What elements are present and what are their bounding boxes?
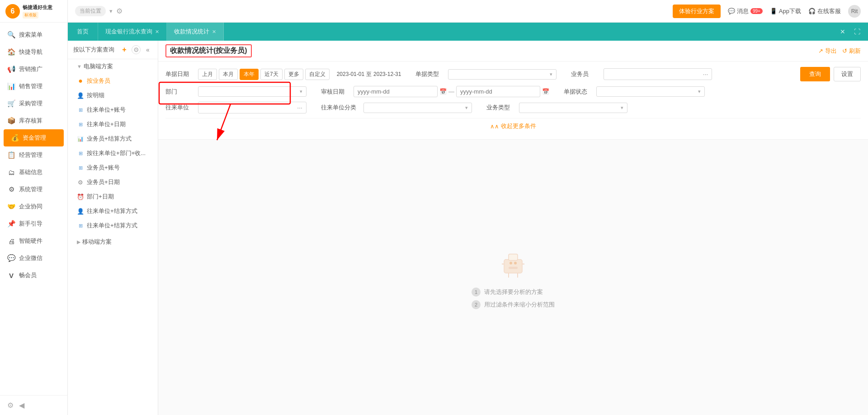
sidebar-item-quicknav[interactable]: 🏠 快捷导航 — [0, 43, 67, 61]
panel-title-bar: 收款情况统计(按业务员) ↗ 导出 ↺ 刷新 — [158, 41, 868, 61]
tab-collection-close[interactable]: ✕ — [212, 29, 216, 35]
collapse-icon: ∧∧ — [490, 123, 499, 130]
sidebar-item-marketing[interactable]: 📢 营销推广 — [0, 61, 67, 78]
refresh-button[interactable]: ↺ 刷新 — [842, 47, 861, 55]
date-label: 单据日期 — [165, 70, 191, 78]
scheme-settings-icon[interactable]: ⚙ — [132, 45, 141, 54]
sidebar-item-enterprise[interactable]: 🤝 企业协同 — [0, 198, 67, 215]
expand-arrow: ▼ — [77, 64, 82, 69]
sidebar: 6 畅捷通好生意 标准版 🔍 搜索菜单 🏠 快捷导航 📢 营销推广 📊 销售管理… — [0, 0, 68, 415]
unit-select[interactable]: ··· — [198, 102, 307, 113]
sidebar-item-inventory[interactable]: 📦 库存核算 — [0, 112, 67, 129]
scheme-salesperson-account[interactable]: ⊞ 业务员+账号 — [71, 160, 158, 175]
side-panel-header: 按以下方案查询 + ⚙ « — [68, 41, 158, 59]
sidebar-item-search[interactable]: 🔍 搜索菜单 — [0, 26, 67, 43]
unit-category-label: 往来单位分类 — [321, 104, 356, 112]
content-area: 按以下方案查询 + ⚙ « ▼ 电脑端方案 ● 按业务员 👤 — [68, 41, 868, 415]
app-download-action[interactable]: 📱 App下载 — [770, 7, 801, 15]
panel-collapse-icon[interactable]: « — [143, 45, 152, 54]
scheme-unit-account[interactable]: ⊞ 往来单位+账号 — [71, 103, 158, 117]
dept-date-icon: ⏰ — [77, 193, 84, 200]
salesperson-select[interactable]: ··· — [604, 68, 712, 80]
date-btn-this-year[interactable]: 本年 — [240, 69, 259, 80]
settings-footer-icon[interactable]: ⚙ — [7, 401, 14, 410]
mobile-section-title[interactable]: ▶ 移动端方案 — [71, 235, 158, 249]
review-date-from[interactable] — [354, 86, 438, 97]
message-action[interactable]: 💬 消息 99+ — [728, 7, 763, 15]
trial-plan-button[interactable]: 体验行业方案 — [673, 5, 721, 18]
user-avatar[interactable]: Rit — [848, 5, 861, 18]
window-maximize-button[interactable]: ⛶ — [852, 26, 863, 37]
logo-icon: 6 — [5, 4, 20, 19]
unit-payment1-icon: 👤 — [77, 208, 84, 215]
unit-payment2-icon: ⊞ — [77, 222, 84, 229]
sidebar-item-guide[interactable]: 📌 新手引导 — [0, 215, 67, 232]
download-icon: 📱 — [770, 8, 777, 14]
scheme-unit-date[interactable]: ⊞ 往来单位+日期 — [71, 117, 158, 132]
salesperson-active-icon: ● — [77, 77, 84, 85]
export-button[interactable]: ↗ 导出 — [818, 47, 837, 55]
guide-icon: 📌 — [7, 220, 15, 228]
tab-home[interactable]: 首页 — [68, 23, 98, 41]
date-btn-this-month[interactable]: 本月 — [219, 69, 238, 80]
doc-status-label: 单据状态 — [564, 88, 589, 96]
date-btn-custom[interactable]: 自定义 — [305, 69, 330, 80]
unit-category-select[interactable]: ▾ — [363, 103, 472, 113]
date-btn-7days[interactable]: 近7天 — [260, 69, 283, 80]
marketing-icon: 📢 — [7, 65, 15, 73]
tab-collection[interactable]: 收款情况统计 ✕ — [167, 23, 224, 41]
scheme-unit-payment2[interactable]: ⊞ 往来单位+结算方式 — [71, 218, 158, 233]
doc-type-label: 单据类型 — [415, 70, 441, 78]
biz-type-select[interactable]: ▾ — [519, 103, 627, 113]
sidebar-item-operation[interactable]: 📋 经营管理 — [0, 146, 67, 164]
tab-bank-close[interactable]: ✕ — [155, 29, 159, 35]
scheme-by-salesperson[interactable]: ● 按业务员 — [71, 74, 158, 88]
empty-steps: 1 请先选择要分析的方案 2 用过滤条件来缩小分析范围 — [472, 288, 555, 309]
review-date-label: 审核日期 — [321, 88, 346, 96]
doc-type-select[interactable]: ▾ — [448, 69, 557, 80]
doc-status-select[interactable]: ▾ — [596, 86, 705, 97]
sidebar-item-sales[interactable]: 📊 销售管理 — [0, 78, 67, 95]
scheme-dept-date[interactable]: ⏰ 部门+日期 — [71, 189, 158, 204]
desktop-section-title[interactable]: ▼ 电脑端方案 — [71, 59, 158, 74]
refresh-icon: ↺ — [842, 47, 847, 54]
empty-step-2: 2 用过滤条件来缩小分析范围 — [472, 300, 555, 309]
salesperson-payment-icon: 📊 — [77, 135, 84, 142]
date-btn-more[interactable]: 更多 — [284, 69, 303, 80]
filter-actions: 查询 设置 — [800, 67, 861, 81]
window-close-button[interactable]: ✕ — [837, 26, 848, 37]
main-panel: 收款情况统计(按业务员) ↗ 导出 ↺ 刷新 单据日期 — [158, 41, 868, 415]
tab-bank[interactable]: 现金银行流水查询 ✕ — [98, 23, 167, 41]
breadcrumb: 当前位置 — [75, 6, 106, 16]
sidebar-item-member[interactable]: V 畅会员 — [0, 267, 67, 284]
unit-date-icon: ⊞ — [77, 121, 84, 128]
topbar-right: 体验行业方案 💬 消息 99+ 📱 App下载 🎧 在线客服 Rit — [673, 5, 861, 18]
sidebar-item-wechat[interactable]: 💬 企业微信 — [0, 250, 67, 267]
collapse-bar[interactable]: ∧∧ 收起更多条件 — [165, 118, 861, 134]
add-scheme-icon[interactable]: + — [120, 45, 129, 54]
sidebar-item-system[interactable]: ⚙ 系统管理 — [0, 181, 67, 198]
online-service-action[interactable]: 🎧 在线客服 — [808, 7, 841, 15]
calendar-to-icon[interactable]: 📅 — [542, 88, 549, 95]
sidebar-item-hardware[interactable]: 🖨 智能硬件 — [0, 232, 67, 250]
svg-rect-1 — [509, 254, 518, 260]
date-btn-last-month[interactable]: 上月 — [198, 69, 217, 80]
main-area: 当前位置 ▾ ⚙ 体验行业方案 💬 消息 99+ 📱 App下载 🎧 在线客服 … — [68, 0, 868, 415]
settings-button[interactable]: 设置 — [834, 67, 861, 81]
sidebar-item-finance[interactable]: 💰 资金管理 — [4, 129, 64, 146]
calendar-from-icon[interactable]: 📅 — [439, 88, 447, 95]
scheme-by-detail[interactable]: 👤 按明细 — [71, 88, 158, 103]
sidebar-item-basic[interactable]: 🗂 基础信息 — [0, 164, 67, 181]
query-button[interactable]: 查询 — [800, 67, 830, 81]
sidebar-item-purchase[interactable]: 🛒 采购管理 — [0, 95, 67, 112]
scheme-salesperson-date[interactable]: ⚙ 业务员+日期 — [71, 175, 158, 189]
scheme-unit-dept-collection[interactable]: ⊞ 按往来单位+部门+收... — [71, 146, 158, 160]
detail-icon: 👤 — [77, 92, 84, 99]
topbar-left: 当前位置 ▾ ⚙ — [75, 6, 667, 16]
settings-topbar-icon[interactable]: ⚙ — [116, 7, 123, 15]
collapse-sidebar-icon[interactable]: ◀ — [19, 401, 24, 410]
review-date-to[interactable] — [456, 86, 540, 97]
scheme-salesperson-payment[interactable]: 📊 业务员+结算方式 — [71, 132, 158, 146]
dept-select[interactable]: ▾ — [198, 86, 307, 97]
scheme-unit-payment1[interactable]: 👤 往来单位+结算方式 — [71, 204, 158, 218]
